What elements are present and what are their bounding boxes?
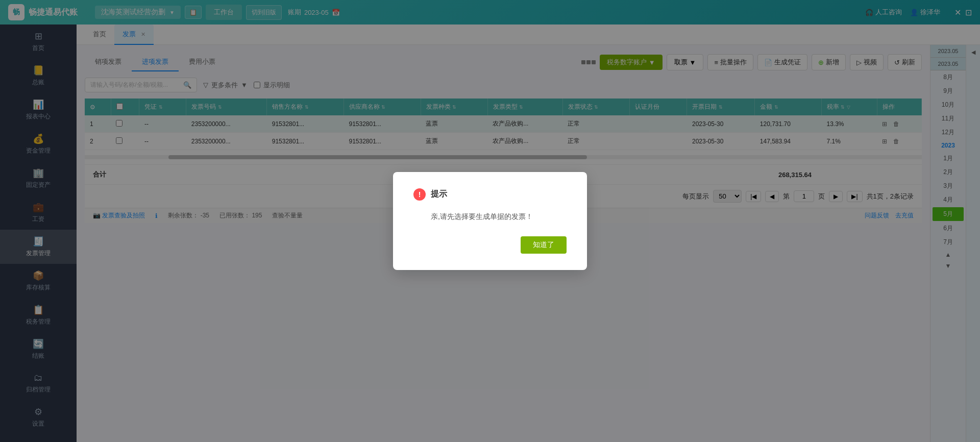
- warning-icon: !: [413, 188, 426, 201]
- modal-box: ! 提示 亲,请先选择要生成单据的发票！ 知道了: [393, 172, 587, 270]
- modal-overlay: ! 提示 亲,请先选择要生成单据的发票！ 知道了: [0, 0, 980, 442]
- modal-message: 亲,请先选择要生成单据的发票！: [413, 211, 567, 222]
- modal-title-row: ! 提示: [413, 188, 567, 201]
- modal-ok-button[interactable]: 知道了: [521, 236, 567, 254]
- modal-footer: 知道了: [413, 236, 567, 254]
- modal-title: 提示: [431, 189, 447, 200]
